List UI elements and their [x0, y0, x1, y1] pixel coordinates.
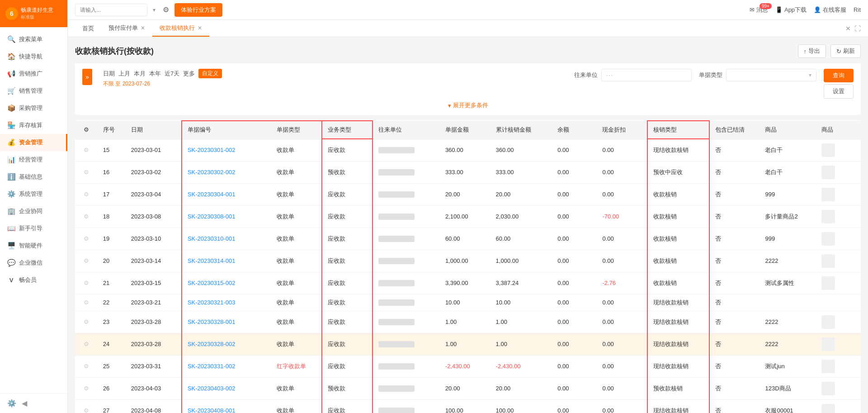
table-row[interactable]: ⚙192023-03-10SK-20230310-001收款单应收款60.006… [75, 228, 861, 250]
voucher-type-select[interactable]: ▾ [726, 69, 816, 81]
sidebar-item-enterprise[interactable]: 🏢 企业协同 [0, 203, 67, 220]
row-doc-no[interactable]: SK-20230314-001 [182, 250, 272, 272]
date-custom-btn[interactable]: 自定义 [198, 69, 222, 78]
row-gear[interactable]: ⚙ [75, 139, 98, 161]
col-header-writeoff-type[interactable]: 核销类型 [647, 121, 709, 139]
sidebar-item-marketing[interactable]: 📢 营销推广 [0, 65, 67, 82]
row-gear[interactable]: ⚙ [75, 205, 98, 228]
table-row[interactable]: ⚙162023-03-02SK-20230302-002收款单预收款333.00… [75, 161, 861, 183]
sidebar-item-wechat[interactable]: 💬 企业微信 [0, 254, 67, 271]
tab-prepaid-close[interactable]: ✕ [141, 25, 145, 31]
row-doc-no[interactable]: SK-20230403-002 [182, 377, 272, 399]
doc-no-link[interactable]: SK-20230408-001 [188, 407, 236, 413]
table-row[interactable]: ⚙262023-04-03SK-20230403-002收款单预收款20.002… [75, 377, 861, 399]
row-gear[interactable]: ⚙ [75, 377, 98, 399]
doc-no-link[interactable]: SK-20230331-002 [188, 363, 236, 370]
tab-home[interactable]: 首页 [75, 21, 101, 36]
row-doc-no[interactable]: SK-20230328-001 [182, 311, 272, 333]
tab-writeoff[interactable]: 收款核销执行 ✕ [152, 20, 209, 37]
counterparty-input[interactable]: ... [601, 69, 692, 81]
row-doc-no[interactable]: SK-20230331-002 [182, 355, 272, 377]
sidebar-item-system[interactable]: ⚙️ 系统管理 [0, 185, 67, 203]
sidebar-collapse-icon[interactable]: ◀ [22, 399, 27, 408]
date-option-7days[interactable]: 近7天 [165, 70, 179, 78]
tab-fullscreen-icon[interactable]: ⛶ [854, 25, 861, 32]
table-row[interactable]: ⚙152023-03-01SK-20230301-002收款单应收款360.00… [75, 139, 861, 161]
row-gear[interactable]: ⚙ [75, 294, 98, 311]
sidebar-item-operations[interactable]: 📊 经营管理 [0, 151, 67, 168]
sidebar-item-member[interactable]: V 畅会员 [0, 271, 67, 289]
col-header-gear[interactable]: ⚙ [75, 121, 98, 139]
doc-no-link[interactable]: SK-20230314-001 [188, 257, 236, 264]
sidebar-item-basic[interactable]: ℹ️ 基础信息 [0, 168, 67, 185]
sidebar-item-search[interactable]: 🔍 搜索菜单 [0, 31, 67, 48]
sidebar-item-inventory[interactable]: 🏪 库存核算 [0, 117, 67, 134]
query-btn[interactable]: 查询 [824, 69, 854, 82]
doc-no-link[interactable]: SK-20230302-002 [188, 169, 236, 176]
col-header-doc-no[interactable]: 单据编号 [182, 121, 272, 139]
row-doc-no[interactable]: SK-20230308-001 [182, 205, 272, 228]
row-gear[interactable]: ⚙ [75, 333, 98, 355]
doc-no-link[interactable]: SK-20230304-001 [188, 191, 236, 198]
doc-no-link[interactable]: SK-20230328-001 [188, 318, 236, 325]
row-doc-no[interactable]: SK-20230328-002 [182, 333, 272, 355]
table-row[interactable]: ⚙232023-03-28SK-20230328-001收款单应收款1.001.… [75, 311, 861, 333]
row-gear[interactable]: ⚙ [75, 311, 98, 333]
table-row[interactable]: ⚙242023-03-28SK-20230328-002收款单应收款1.001.… [75, 333, 861, 355]
tab-writeoff-close[interactable]: ✕ [198, 25, 202, 31]
doc-no-link[interactable]: SK-20230328-002 [188, 341, 236, 347]
row-gear[interactable]: ⚙ [75, 250, 98, 272]
col-header-biz-type[interactable]: 业务类型 [322, 121, 373, 139]
table-row[interactable]: ⚙172023-03-04SK-20230304-001收款单应收款20.002… [75, 183, 861, 205]
date-option-prev-month[interactable]: 上月 [118, 70, 130, 78]
doc-no-link[interactable]: SK-20230310-001 [188, 235, 236, 242]
doc-no-link[interactable]: SK-20230308-001 [188, 213, 236, 220]
sidebar-item-guide[interactable]: 📖 新手引导 [0, 220, 67, 237]
doc-no-link[interactable]: SK-20230321-003 [188, 299, 236, 306]
col-header-doc-type[interactable]: 单据类型 [271, 121, 322, 139]
topbar-service[interactable]: 👤 在线客服 [814, 6, 846, 14]
doc-no-link[interactable]: SK-20230301-002 [188, 147, 236, 153]
settings-btn[interactable]: 设置 [824, 84, 854, 99]
row-gear[interactable]: ⚙ [75, 161, 98, 183]
table-row[interactable]: ⚙202023-03-14SK-20230314-001收款单应收款1,000.… [75, 250, 861, 272]
topbar-search-input[interactable] [75, 4, 147, 16]
topbar-message[interactable]: ✉ 消息 99+ [750, 6, 768, 14]
row-doc-no[interactable]: SK-20230304-001 [182, 183, 272, 205]
row-doc-no[interactable]: SK-20230408-001 [182, 399, 272, 413]
table-row[interactable]: ⚙212023-03-15SK-20230315-002收款单应收款3,390.… [75, 272, 861, 294]
row-gear[interactable]: ⚙ [75, 272, 98, 294]
table-row[interactable]: ⚙182023-03-08SK-20230308-001收款单应收款2,100.… [75, 205, 861, 228]
date-option-more[interactable]: 更多 [183, 70, 195, 78]
date-option-cur-year[interactable]: 本年 [149, 70, 161, 78]
tab-prepaid[interactable]: 预付应付单 ✕ [101, 20, 152, 37]
table-row[interactable]: ⚙272023-04-08SK-20230408-001收款单应收款100.00… [75, 399, 861, 413]
row-doc-no[interactable]: SK-20230321-003 [182, 294, 272, 311]
table-row[interactable]: ⚙222023-03-21SK-20230321-003收款单应收款10.001… [75, 294, 861, 311]
refresh-btn[interactable]: ↻ 刷新 [830, 44, 861, 58]
row-gear[interactable]: ⚙ [75, 399, 98, 413]
topbar-app-download[interactable]: 📱 App下载 [775, 6, 807, 14]
row-doc-no[interactable]: SK-20230310-001 [182, 228, 272, 250]
topbar-solution-btn[interactable]: 体验行业方案 [175, 3, 222, 17]
tab-close-all-icon[interactable]: ✕ [845, 25, 851, 32]
row-doc-no[interactable]: SK-20230301-002 [182, 139, 272, 161]
sidebar-item-hardware[interactable]: 🖥️ 智能硬件 [0, 237, 67, 254]
sidebar-item-finance[interactable]: 💰 资金管理 [0, 134, 67, 151]
row-gear[interactable]: ⚙ [75, 183, 98, 205]
date-option-cur-month[interactable]: 本月 [134, 70, 146, 78]
expand-conditions-btn[interactable]: ▾ 展开更多条件 [448, 101, 488, 109]
topbar-gear-icon[interactable]: ⚙ [163, 5, 169, 14]
filter-expand-arrow[interactable]: » [82, 69, 92, 85]
sidebar-item-sales[interactable]: 🛒 销售管理 [0, 82, 67, 100]
doc-no-link[interactable]: SK-20230315-002 [188, 280, 236, 286]
sidebar-item-purchase[interactable]: 📦 采购管理 [0, 100, 67, 117]
doc-no-link[interactable]: SK-20230403-002 [188, 385, 236, 392]
topbar-user[interactable]: Rit [854, 6, 861, 13]
sidebar-item-quicknav[interactable]: 🏠 快捷导航 [0, 48, 67, 65]
topbar-chevron-icon[interactable]: ▾ [153, 7, 156, 13]
sidebar-settings-icon[interactable]: ⚙️ [7, 399, 16, 408]
table-row[interactable]: ⚙252023-03-31SK-20230331-002红字收款单应收款-2,4… [75, 355, 861, 377]
row-doc-no[interactable]: SK-20230315-002 [182, 272, 272, 294]
row-gear[interactable]: ⚙ [75, 355, 98, 377]
